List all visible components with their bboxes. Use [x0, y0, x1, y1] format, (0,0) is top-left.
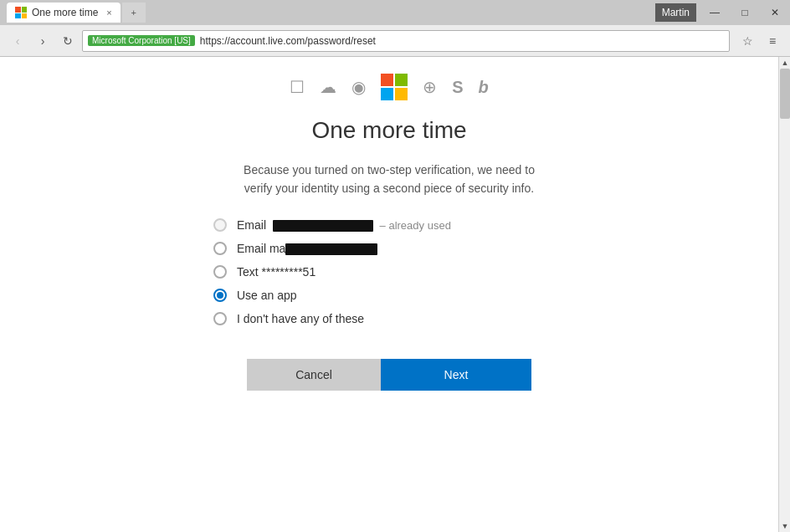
secure-badge: Microsoft Corporation [US]	[88, 35, 195, 46]
redacted-email-ma	[285, 243, 377, 255]
scrollbar[interactable]: ▲ ▼	[778, 57, 790, 532]
option-no-options-label: I don't have any of these	[237, 312, 364, 325]
tab-favicon	[15, 7, 27, 18]
toolbar-icons: ☆ ≡	[736, 30, 783, 52]
word-icon: ☐	[290, 77, 305, 97]
option-use-an-app-label: Use an app	[237, 289, 297, 302]
favorites-icon[interactable]: ☆	[736, 30, 758, 52]
radio-no-options[interactable]	[213, 312, 227, 325]
radio-selected-indicator	[217, 292, 223, 299]
next-button[interactable]: Next	[381, 359, 531, 391]
option-text-label: Text *********51	[237, 265, 315, 279]
lync-icon: ◉	[351, 77, 366, 97]
page-title: One more time	[311, 117, 466, 144]
redacted-email	[273, 220, 373, 232]
refresh-button[interactable]: ↻	[57, 30, 79, 52]
page-main: ☐ ☁ ◉ ⊕ S b One more time Because you tu…	[0, 57, 778, 532]
forward-button[interactable]: ›	[32, 30, 54, 52]
options-container: Email – already used Email ma Text *****…	[213, 218, 565, 326]
option-email-ma-label: Email ma	[237, 242, 377, 255]
option-email[interactable]: Email – already used	[213, 218, 565, 232]
address-bar: ‹ › ↻ Microsoft Corporation [US] https:/…	[0, 25, 790, 57]
scrollbar-track[interactable]	[779, 69, 790, 520]
scroll-down-arrow[interactable]: ▼	[779, 520, 790, 532]
option-no-options[interactable]: I don't have any of these	[213, 312, 565, 325]
titlebar: One more time × + Martin — □ ✕	[0, 0, 790, 25]
scroll-up-arrow[interactable]: ▲	[779, 57, 790, 69]
option-use-an-app[interactable]: Use an app	[213, 289, 565, 302]
option-text[interactable]: Text *********51	[213, 265, 565, 279]
onedrive-icon: ☁	[320, 77, 336, 97]
menu-icon[interactable]: ≡	[762, 30, 783, 52]
option-email-label: Email – already used	[237, 218, 451, 232]
minimize-button[interactable]: —	[700, 0, 730, 25]
ms-logo-bar: ☐ ☁ ◉ ⊕ S b	[290, 74, 489, 100]
radio-text[interactable]	[213, 265, 227, 279]
button-row: Cancel Next	[247, 359, 531, 391]
cancel-button[interactable]: Cancel	[247, 359, 381, 391]
new-tab-button[interactable]: +	[122, 3, 146, 23]
browser-content: ☐ ☁ ◉ ⊕ S b One more time Because you tu…	[0, 57, 790, 532]
microsoft-logo	[381, 74, 408, 100]
xbox-icon: ⊕	[423, 77, 437, 97]
close-button[interactable]: ✕	[760, 0, 790, 25]
option-email-ma[interactable]: Email ma	[213, 242, 565, 255]
tab-title: One more time	[32, 7, 98, 18]
maximize-button[interactable]: □	[730, 0, 760, 25]
bing-icon: b	[479, 78, 489, 97]
back-button[interactable]: ‹	[7, 30, 28, 52]
url-text: https://account.live.com/password/reset	[200, 35, 376, 47]
radio-email[interactable]	[213, 218, 227, 232]
url-bar[interactable]: Microsoft Corporation [US] https://accou…	[82, 30, 730, 52]
radio-use-an-app[interactable]	[213, 289, 227, 302]
page-description: Because you turned on two-step verificat…	[230, 161, 548, 198]
skype-icon: S	[452, 78, 463, 97]
browser-tab[interactable]: One more time ×	[7, 3, 121, 23]
scrollbar-thumb[interactable]	[780, 69, 790, 119]
tab-close-button[interactable]: ×	[106, 8, 111, 18]
user-badge: Martin	[655, 3, 696, 22]
window-controls: Martin — □ ✕	[655, 0, 790, 25]
radio-email-ma[interactable]	[213, 242, 227, 255]
